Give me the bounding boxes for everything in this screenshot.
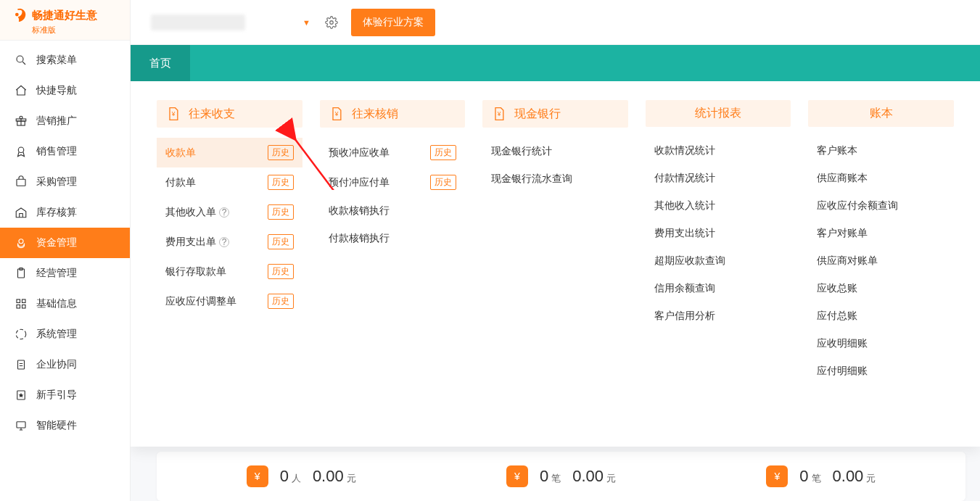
- sidebar-item-4[interactable]: 采购管理: [0, 167, 130, 197]
- tab-bar: 首页: [131, 45, 980, 81]
- mega-menu: ¥往来收支收款单历史付款单历史其他收入单?历史费用支出单?历史银行存取款单历史应…: [131, 81, 980, 447]
- yen-badge-icon: ¥: [247, 465, 268, 487]
- svg-rect-12: [17, 305, 20, 309]
- help-icon[interactable]: ?: [219, 237, 229, 247]
- mega-item-4-1[interactable]: 供应商账本: [808, 165, 954, 192]
- mega-item-1-1[interactable]: 预付冲应付单历史: [320, 167, 466, 197]
- stat-unit: 笔: [812, 472, 821, 485]
- stat-amount: 0.00: [572, 467, 604, 486]
- mega-item-4-7[interactable]: 应收明细账: [808, 330, 954, 357]
- tab-home[interactable]: 首页: [131, 45, 190, 81]
- stat-currency: 元: [866, 472, 876, 485]
- sidebar-item-label: 资金管理: [36, 236, 77, 249]
- mega-item-1-2[interactable]: 收款核销执行: [320, 197, 466, 225]
- svg-text:¥: ¥: [334, 110, 338, 117]
- org-selector[interactable]: ▼: [144, 10, 318, 35]
- svg-point-1: [17, 56, 23, 62]
- mega-item-0-3[interactable]: 费用支出单?历史: [157, 227, 302, 257]
- history-tag[interactable]: 历史: [268, 175, 294, 190]
- stat-amount: 0.00: [313, 467, 344, 486]
- history-tag[interactable]: 历史: [430, 175, 456, 190]
- sidebar-item-3[interactable]: 销售管理: [0, 136, 130, 167]
- mega-item-1-0[interactable]: 预收冲应收单历史: [320, 138, 466, 167]
- mega-column-header: 统计报表: [646, 100, 791, 127]
- sidebar-item-9[interactable]: 系统管理: [0, 319, 130, 349]
- mega-item-3-6[interactable]: 客户信用分析: [646, 302, 791, 330]
- mega-item-4-2[interactable]: 应收应付余额查询: [808, 192, 954, 220]
- help-icon[interactable]: ?: [219, 207, 229, 218]
- history-tag[interactable]: 历史: [268, 204, 294, 220]
- stat-currency: 元: [347, 472, 356, 485]
- industry-plan-button[interactable]: 体验行业方案: [351, 9, 435, 36]
- history-tag[interactable]: 历史: [268, 145, 294, 160]
- sidebar-item-label: 搜索菜单: [36, 54, 77, 67]
- stat-currency: 元: [606, 472, 616, 485]
- mega-item-label: 收款单: [165, 146, 196, 160]
- mega-item-label: 收款核销执行: [329, 204, 390, 218]
- sidebar-item-7[interactable]: 经营管理: [0, 258, 130, 289]
- mega-item-3-2[interactable]: 其他收入统计: [646, 192, 791, 220]
- mega-item-label: 客户对账单: [817, 227, 868, 240]
- mega-item-3-1[interactable]: 付款情况统计: [646, 165, 791, 192]
- mega-item-label: 预收冲应收单: [329, 146, 390, 160]
- mega-item-label: 现金银行流水查询: [491, 173, 572, 186]
- mega-item-3-3[interactable]: 费用支出统计: [646, 220, 791, 247]
- mega-item-2-0[interactable]: 现金银行统计: [482, 138, 628, 165]
- mega-item-4-8[interactable]: 应付明细账: [808, 357, 954, 385]
- mega-item-label: 信用余额查询: [654, 282, 715, 295]
- svg-rect-10: [17, 299, 20, 303]
- mega-item-4-6[interactable]: 应付总账: [808, 302, 954, 330]
- history-tag[interactable]: 历史: [268, 234, 294, 249]
- history-tag[interactable]: 历史: [430, 145, 456, 160]
- mega-item-label: 供应商对账单: [817, 254, 878, 268]
- yen-badge-icon: ¥: [506, 465, 528, 487]
- sidebar-item-11[interactable]: 新手引导: [0, 380, 130, 410]
- sidebar-item-2[interactable]: 营销推广: [0, 106, 130, 136]
- mega-item-0-2[interactable]: 其他收入单?历史: [157, 197, 302, 227]
- sidebar-item-1[interactable]: 快捷导航: [0, 75, 130, 106]
- mega-column-1: ¥往来核销预收冲应收单历史预付冲应付单历史收款核销执行付款核销执行: [320, 100, 466, 432]
- mega-item-3-0[interactable]: 收款情况统计: [646, 137, 791, 165]
- sidebar-item-0[interactable]: 搜索菜单: [0, 45, 130, 75]
- svg-point-5: [18, 147, 24, 153]
- mega-item-label: 应付总账: [817, 310, 857, 323]
- mega-column-3: 统计报表收款情况统计付款情况统计其他收入统计费用支出统计超期应收款查询信用余额查…: [646, 100, 791, 432]
- mega-item-3-4[interactable]: 超期应收款查询: [646, 247, 791, 275]
- mega-item-4-4[interactable]: 供应商对账单: [808, 247, 954, 275]
- sidebar-item-label: 营销推广: [36, 115, 77, 128]
- mega-item-0-5[interactable]: 应收应付调整单历史: [157, 286, 302, 316]
- svg-point-18: [330, 20, 334, 24]
- mega-item-0-1[interactable]: 付款单历史: [157, 167, 302, 197]
- svg-text:¥: ¥: [497, 110, 501, 117]
- sidebar-item-label: 基础信息: [36, 297, 77, 310]
- tv-icon: [15, 419, 28, 432]
- sidebar-item-label: 系统管理: [36, 328, 77, 341]
- stat-count: 0: [540, 467, 548, 486]
- mega-item-2-1[interactable]: 现金银行流水查询: [482, 165, 628, 193]
- sidebar-item-label: 企业协同: [36, 358, 77, 371]
- mega-item-4-5[interactable]: 应收总账: [808, 275, 954, 302]
- mega-item-0-0[interactable]: 收款单历史: [157, 138, 302, 167]
- mega-column-0: ¥往来收支收款单历史付款单历史其他收入单?历史费用支出单?历史银行存取款单历史应…: [157, 100, 302, 432]
- gear-icon[interactable]: [325, 16, 338, 29]
- stat-group-0: ¥0人0.00元: [247, 465, 356, 487]
- org-name-redacted: [151, 15, 245, 30]
- history-tag[interactable]: 历史: [268, 264, 294, 279]
- sidebar-item-12[interactable]: 智能硬件: [0, 410, 130, 441]
- svg-text:¥: ¥: [171, 110, 176, 117]
- mega-item-3-5[interactable]: 信用余额查询: [646, 275, 791, 302]
- mega-item-4-3[interactable]: 客户对账单: [808, 220, 954, 247]
- mega-item-0-4[interactable]: 银行存取款单历史: [157, 257, 302, 286]
- history-tag[interactable]: 历史: [268, 294, 294, 309]
- sidebar-item-6[interactable]: 资金管理: [0, 228, 130, 258]
- sidebar-item-5[interactable]: 库存核算: [0, 197, 130, 228]
- mega-item-4-0[interactable]: 客户账本: [808, 137, 954, 165]
- sidebar-item-label: 新手引导: [36, 389, 77, 402]
- chevron-down-icon: ▼: [302, 18, 310, 27]
- sidebar-item-10[interactable]: 企业协同: [0, 349, 130, 380]
- mega-item-label: 预付冲应付单: [329, 176, 390, 189]
- bottom-stats: ¥0人0.00元¥0笔0.00元¥0笔0.00元: [157, 452, 965, 501]
- sidebar-item-8[interactable]: 基础信息: [0, 289, 130, 319]
- topbar: ▼ 体验行业方案: [131, 0, 980, 45]
- mega-item-1-3[interactable]: 付款核销执行: [320, 225, 466, 252]
